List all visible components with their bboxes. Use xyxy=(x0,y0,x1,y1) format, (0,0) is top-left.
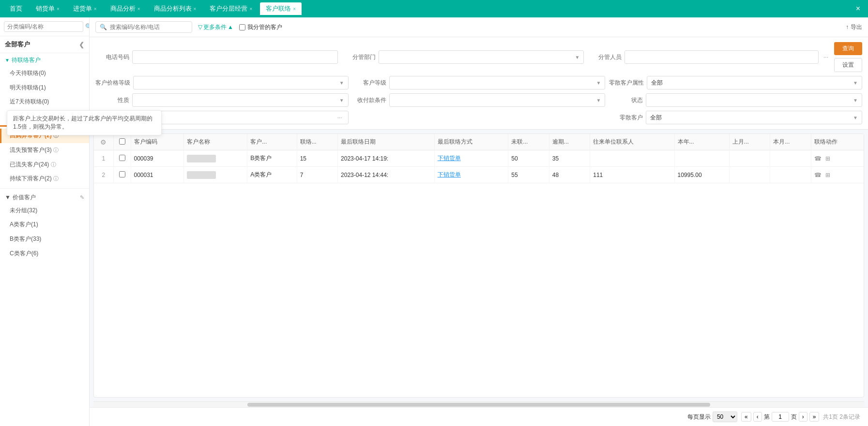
customer-level-dropdown[interactable]: ▼ xyxy=(389,76,606,89)
close-sales-icon[interactable]: × xyxy=(57,6,60,12)
close-all-button[interactable]: × xyxy=(852,4,864,13)
row2-last-contact-way[interactable]: 下销货单 xyxy=(434,167,508,183)
settings-button[interactable]: 设置 xyxy=(834,58,862,72)
row1-checkbox[interactable] xyxy=(119,155,125,161)
close-customer-contact-icon[interactable]: × xyxy=(293,6,296,12)
row1-num: 1 xyxy=(94,150,113,167)
chevron-up-icon: ▲ xyxy=(228,24,233,30)
status-dropdown[interactable]: ▼ xyxy=(646,93,862,107)
close-analysis-icon[interactable]: × xyxy=(137,6,140,12)
row2-phone-icon[interactable]: ☎ xyxy=(814,172,822,178)
phone-input[interactable] xyxy=(132,50,338,64)
edit-group-icon[interactable]: ✎ xyxy=(80,194,84,201)
col-name-header[interactable]: 客户名称 xyxy=(184,134,247,150)
col-last-month-header[interactable]: 上月... xyxy=(729,134,770,150)
row2-checkbox-cell[interactable] xyxy=(113,167,131,183)
sidebar-item-churn-warning[interactable]: 流失预警客户(3) ⓘ xyxy=(0,143,89,158)
horizontal-scroll-thumb[interactable] xyxy=(247,403,710,407)
value-customer-group[interactable]: ▼ 价值客户 ✎ xyxy=(0,191,89,204)
nav-tab-customer-contact[interactable]: 客户联络 × xyxy=(260,2,302,15)
col-last-contact-way-header[interactable]: 最后联络方式 xyxy=(434,134,508,150)
table-row: 1 000039 B类客户 15 2023-04-17 14:19: 下销货单 … xyxy=(94,150,864,167)
pending-contact-group[interactable]: ▼ 待联络客户 xyxy=(0,53,89,66)
filter-row-4: 客户类型 ··· 零散客户 全部 ▼ xyxy=(95,111,862,124)
sidebar-item-7days[interactable]: 近7天待联络(0) xyxy=(0,95,89,109)
col-uncontacted-header[interactable]: 未联... xyxy=(508,134,549,150)
sidebar-search-icon[interactable]: 🔍 xyxy=(85,23,90,30)
col-company-contacts-header[interactable]: 往来单位联系人 xyxy=(590,134,674,150)
col-this-month-header[interactable]: 本月... xyxy=(770,134,811,150)
col-settings-header[interactable]: ⚙ xyxy=(94,134,113,150)
my-customers-checkbox-label[interactable]: 我分管的客户 xyxy=(239,23,282,31)
col-level-header[interactable]: 客户... xyxy=(247,134,297,150)
row2-grid-icon[interactable]: ⊞ xyxy=(825,172,830,178)
nav-tab-analysis-list[interactable]: 商品分析列表 × xyxy=(148,2,202,15)
customer-type-dropdown[interactable]: ··· xyxy=(132,111,349,124)
collapse-sidebar-icon[interactable]: ❮ xyxy=(79,41,84,48)
close-customer-tier-icon[interactable]: × xyxy=(249,6,252,12)
price-level-chevron-down-icon: ▼ xyxy=(339,80,344,86)
first-page-button[interactable]: « xyxy=(741,412,751,422)
col-checkbox-header[interactable] xyxy=(113,134,131,150)
person-input[interactable] xyxy=(624,50,819,64)
next-page-button[interactable]: › xyxy=(799,412,807,422)
more-dots-icon[interactable]: ··· xyxy=(335,114,344,121)
row1-phone-icon[interactable]: ☎ xyxy=(814,155,822,162)
settings-gear-icon[interactable]: ⚙ xyxy=(100,138,107,146)
retail-attr-dropdown[interactable]: 全部 ▼ xyxy=(647,76,862,89)
sidebar-item-b-class[interactable]: B类客户(33) xyxy=(0,232,89,247)
price-level-dropdown[interactable]: ▼ xyxy=(133,76,349,89)
row2-checkbox[interactable] xyxy=(119,171,125,177)
row1-contact-way-link[interactable]: 下销货单 xyxy=(438,155,461,162)
dept-dropdown[interactable]: ▼ xyxy=(379,50,584,64)
sidebar-item-c-class[interactable]: C类客户(6) xyxy=(0,247,89,261)
sidebar-item-churned[interactable]: 已流失客户(24) ⓘ xyxy=(0,158,89,172)
gender-dropdown[interactable]: ▼ xyxy=(132,93,349,107)
nav-tab-purchase[interactable]: 进货单 × xyxy=(67,2,103,15)
nav-tab-analysis[interactable]: 商品分析 × xyxy=(105,2,146,15)
per-page-label: 每页显示 xyxy=(687,413,711,421)
person-more-icon[interactable]: ··· xyxy=(822,54,830,60)
col-overdue-header[interactable]: 逾期... xyxy=(549,134,590,150)
horizontal-scrollbar[interactable] xyxy=(93,401,864,407)
sidebar-item-declining[interactable]: 持续下滑客户(2) ⓘ xyxy=(0,172,89,186)
col-contacts-header[interactable]: 联络... xyxy=(297,134,337,150)
export-icon: ↑ xyxy=(846,24,849,30)
row2-contact-way-link[interactable]: 下销货单 xyxy=(438,171,461,178)
close-analysis-list-icon[interactable]: × xyxy=(194,6,197,12)
top-filter-bar: 🔍 ▽ 更多条件 ▲ 我分管的客户 ↑ 导出 xyxy=(90,17,868,37)
payment-dropdown[interactable]: ▼ xyxy=(389,93,606,107)
my-customers-checkbox[interactable] xyxy=(239,24,245,30)
nav-tab-customer-tier[interactable]: 客户分层经营 × xyxy=(204,2,258,15)
export-button[interactable]: ↑ 导出 xyxy=(846,23,862,31)
sidebar-item-tomorrow[interactable]: 明天待联络(1) xyxy=(0,81,89,95)
nav-tab-sales[interactable]: 销货单 × xyxy=(30,2,65,15)
nav-tab-home[interactable]: 首页 xyxy=(4,2,28,15)
sidebar-search-input[interactable] xyxy=(4,21,83,32)
close-purchase-icon[interactable]: × xyxy=(94,6,97,12)
sidebar-item-ungrouped[interactable]: 未分组(32) xyxy=(0,204,89,218)
row1-grid-icon[interactable]: ⊞ xyxy=(825,155,830,162)
sidebar-item-today[interactable]: 今天待联络(0) xyxy=(0,66,89,81)
phone-label: 电话号码 xyxy=(95,53,129,61)
col-last-contact-date-header[interactable]: 最后联络日期 xyxy=(338,134,435,150)
query-button[interactable]: 查询 xyxy=(834,42,862,55)
person-label: 分管人员 xyxy=(588,53,622,61)
row1-last-contact-way[interactable]: 下销货单 xyxy=(434,150,508,167)
per-page-select[interactable]: 50 20 100 xyxy=(713,411,737,422)
page-number-input[interactable] xyxy=(772,412,789,422)
prev-page-button[interactable]: ‹ xyxy=(753,412,762,422)
search-input[interactable] xyxy=(110,24,183,30)
row1-checkbox-cell[interactable] xyxy=(113,150,131,167)
sidebar-item-a-class[interactable]: A类客户(1) xyxy=(0,218,89,232)
col-this-year-header[interactable]: 本年... xyxy=(674,134,729,150)
status-chevron-down-icon: ▼ xyxy=(853,98,858,103)
more-conditions-button[interactable]: ▽ 更多条件 ▲ xyxy=(198,23,233,31)
search-wrap: 🔍 xyxy=(95,21,192,33)
row2-this-month xyxy=(770,167,811,183)
select-all-checkbox[interactable] xyxy=(119,138,125,145)
last-page-button[interactable]: » xyxy=(809,412,820,422)
filter-row-3: 性质 ▼ 收付款条件 ▼ 状态 xyxy=(95,93,862,107)
col-code-header[interactable]: 客户编码 xyxy=(131,134,184,150)
retail-customer-dropdown[interactable]: 全部 ▼ xyxy=(646,111,862,124)
